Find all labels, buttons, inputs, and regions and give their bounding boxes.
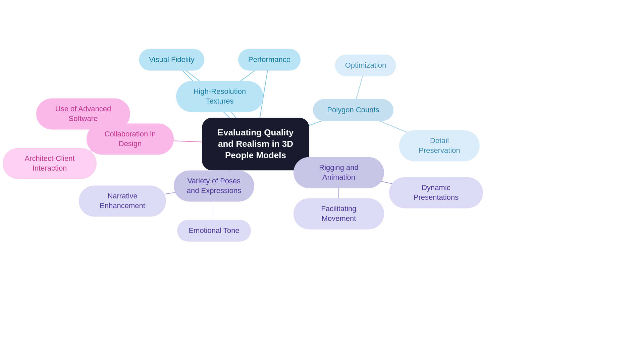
node-label: Optimization bbox=[345, 61, 386, 70]
node-label: Variety of Poses and Expressions bbox=[184, 176, 244, 195]
node-emotional-tone: Emotional Tone bbox=[177, 220, 251, 242]
node-performance: Performance bbox=[238, 49, 301, 71]
node-optimization: Optimization bbox=[335, 55, 396, 76]
node-architect-client: Architect-Client Interaction bbox=[3, 148, 97, 179]
node-label: Rigging and Animation bbox=[304, 163, 374, 182]
node-facilitating-movement: Facilitating Movement bbox=[293, 198, 384, 229]
mindmap-container: Evaluating Quality and Realism in 3D Peo… bbox=[0, 0, 644, 363]
center-label: Evaluating Quality and Realism in 3D Peo… bbox=[217, 127, 294, 161]
node-label: Detail Preservation bbox=[409, 136, 470, 155]
node-label: Collaboration in Design bbox=[97, 129, 164, 148]
node-narrative-enhancement: Narrative Enhancement bbox=[79, 185, 166, 217]
node-collaboration-design: Collaboration in Design bbox=[87, 123, 174, 155]
node-high-res-textures: High-Resolution Textures bbox=[176, 81, 263, 112]
node-detail-preservation: Detail Preservation bbox=[399, 130, 480, 161]
node-label: High-Resolution Textures bbox=[186, 87, 253, 106]
node-label: Facilitating Movement bbox=[304, 204, 374, 223]
node-variety-poses: Variety of Poses and Expressions bbox=[174, 170, 254, 201]
node-label: Use of Advanced Software bbox=[46, 104, 120, 123]
center-node: Evaluating Quality and Realism in 3D Peo… bbox=[202, 118, 309, 170]
node-label: Visual Fidelity bbox=[149, 55, 194, 65]
node-label: Emotional Tone bbox=[189, 226, 239, 236]
node-label: Narrative Enhancement bbox=[89, 191, 156, 210]
node-rigging-animation: Rigging and Animation bbox=[293, 157, 384, 188]
node-label: Performance bbox=[248, 55, 290, 65]
node-label: Polygon Counts bbox=[327, 105, 379, 115]
node-polygon-counts: Polygon Counts bbox=[313, 99, 393, 121]
node-dynamic-presentations: Dynamic Presentations bbox=[389, 177, 483, 208]
node-label: Architect-Client Interaction bbox=[13, 154, 87, 173]
node-visual-fidelity: Visual Fidelity bbox=[139, 49, 204, 71]
node-label: Dynamic Presentations bbox=[399, 183, 473, 202]
